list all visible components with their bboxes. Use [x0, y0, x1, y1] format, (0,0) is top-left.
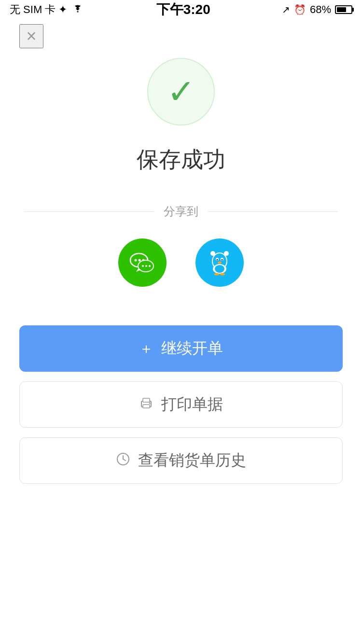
wechat-icon — [128, 251, 156, 275]
close-icon: × — [26, 28, 36, 45]
checkmark-icon: ✓ — [167, 75, 195, 109]
svg-point-22 — [224, 251, 229, 256]
continue-label: 继续开单 — [161, 338, 223, 359]
svg-point-20 — [220, 273, 225, 276]
svg-point-26 — [149, 402, 151, 404]
svg-line-29 — [123, 459, 125, 461]
svg-point-18 — [215, 265, 224, 273]
success-circle: ✓ — [147, 58, 215, 126]
share-icons — [118, 238, 244, 287]
plus-icon: ＋ — [139, 339, 153, 359]
svg-point-19 — [214, 273, 219, 276]
divider-line-right — [208, 211, 338, 212]
battery-icon — [335, 5, 352, 14]
svg-rect-25 — [143, 405, 150, 408]
svg-point-21 — [210, 251, 215, 256]
svg-point-1 — [135, 259, 137, 262]
print-button[interactable]: 打印单据 — [19, 381, 343, 428]
status-bar: 无 SIM 卡 ✦ 下午3:20 ↗ ⏰ 68% — [0, 0, 362, 19]
divider-line-left — [24, 211, 154, 212]
share-divider: 分享到 — [0, 204, 362, 219]
qq-share-button[interactable] — [195, 238, 244, 287]
share-label: 分享到 — [154, 204, 208, 219]
svg-point-7 — [145, 265, 147, 267]
status-right: ↗ ⏰ 68% — [282, 3, 352, 16]
status-time: 下午3:20 — [156, 0, 210, 19]
wechat-share-button[interactable] — [118, 238, 167, 287]
svg-point-14 — [217, 259, 218, 261]
main-content: ✓ 保存成功 分享到 — [0, 19, 362, 484]
wifi-icon — [71, 5, 84, 14]
svg-point-16 — [218, 262, 222, 264]
svg-point-15 — [222, 259, 223, 261]
print-label: 打印单据 — [161, 394, 223, 415]
battery-fill — [337, 7, 346, 12]
action-buttons: ＋ 继续开单 打印单据 — [0, 325, 362, 484]
history-button[interactable]: 查看销货单历史 — [19, 437, 343, 484]
svg-rect-24 — [143, 398, 150, 402]
sim-status: 无 SIM 卡 ✦ — [10, 2, 67, 17]
svg-point-8 — [149, 265, 151, 267]
alarm-icon: ⏰ — [294, 4, 306, 15]
status-left: 无 SIM 卡 ✦ — [10, 2, 84, 17]
printer-icon — [139, 396, 153, 413]
history-label: 查看销货单历史 — [138, 450, 246, 471]
continue-button[interactable]: ＋ 继续开单 — [19, 325, 343, 372]
svg-point-2 — [139, 259, 141, 262]
qq-icon — [207, 249, 232, 277]
close-button[interactable]: × — [19, 24, 43, 48]
location-icon: ↗ — [282, 4, 290, 15]
history-icon — [116, 452, 130, 470]
success-title: 保存成功 — [137, 145, 225, 175]
svg-point-6 — [142, 265, 144, 267]
battery-percent: 68% — [310, 3, 331, 16]
